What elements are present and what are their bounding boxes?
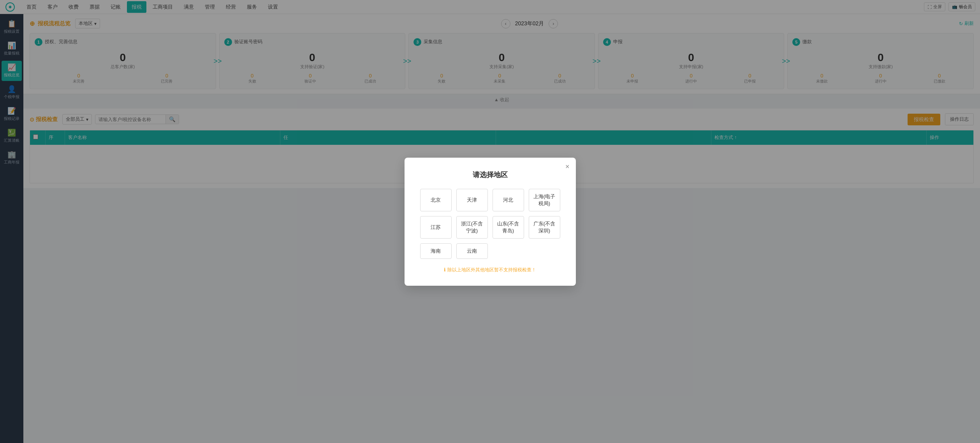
region-btn-天津[interactable]: 天津 xyxy=(456,189,488,211)
region-btn-云南[interactable]: 云南 xyxy=(456,243,488,259)
region-btn-广东(不含深圳)[interactable]: 广东(不含深圳) xyxy=(529,216,560,239)
modal-regions-row3: 海南云南 xyxy=(420,243,560,259)
warning-text: 除以上地区外其他地区暂不支持报税检查！ xyxy=(447,267,536,273)
region-btn-山东(不含青岛)[interactable]: 山东(不含青岛) xyxy=(493,216,524,239)
modal-warning: ℹ 除以上地区外其他地区暂不支持报税检查！ xyxy=(420,267,560,273)
region-btn-北京[interactable]: 北京 xyxy=(420,189,452,211)
modal-overlay[interactable]: × 请选择地区 北京天津河北上海(电子税局) 江苏浙江(不含宁波)山东(不含青岛… xyxy=(0,0,980,443)
modal-close-button[interactable]: × xyxy=(565,163,570,170)
region-btn-浙江(不含宁波)[interactable]: 浙江(不含宁波) xyxy=(456,216,488,239)
region-btn-海南[interactable]: 海南 xyxy=(420,243,452,259)
region-btn-上海(电子税局)[interactable]: 上海(电子税局) xyxy=(529,189,560,211)
modal-regions-row1: 北京天津河北上海(电子税局) xyxy=(420,189,560,211)
region-select-modal: × 请选择地区 北京天津河北上海(电子税局) 江苏浙江(不含宁波)山东(不含青岛… xyxy=(405,158,576,286)
region-btn-江苏[interactable]: 江苏 xyxy=(420,216,452,239)
region-btn-河北[interactable]: 河北 xyxy=(493,189,524,211)
warning-icon: ℹ xyxy=(444,267,446,272)
modal-regions-row2: 江苏浙江(不含宁波)山东(不含青岛)广东(不含深圳) xyxy=(420,216,560,239)
modal-title: 请选择地区 xyxy=(420,170,560,179)
